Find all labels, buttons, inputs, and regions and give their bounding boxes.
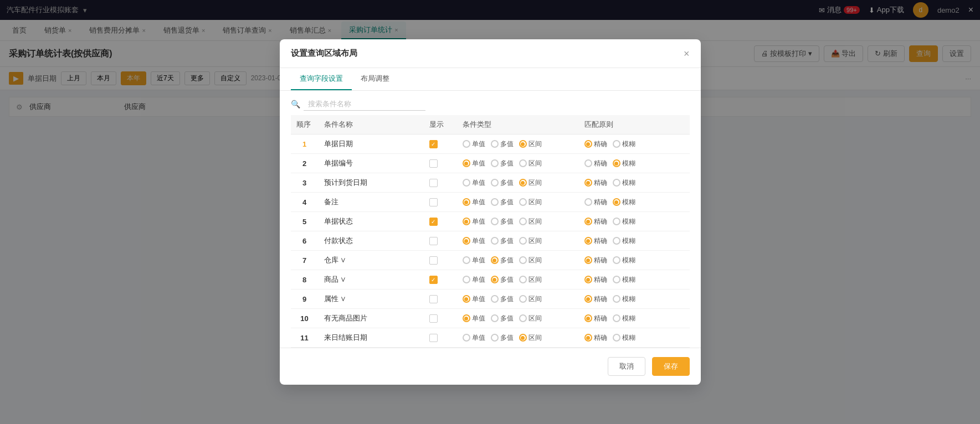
modal-tab-layout[interactable]: 布局调整 bbox=[352, 68, 398, 90]
modal-table: 顺序 条件名称 显示 条件类型 匹配原则 1单据日期单值多值区间精确模糊2单据编… bbox=[291, 115, 690, 123]
settings-modal: 设置查询区域布局 × 查询字段设置 布局调整 🔍 顺序 条件名称 bbox=[280, 39, 701, 123]
modal-search-icon: 🔍 bbox=[291, 100, 300, 108]
th-order: 顺序 bbox=[291, 115, 319, 123]
modal-tab-query[interactable]: 查询字段设置 bbox=[291, 68, 352, 90]
modal-tabs: 查询字段设置 布局调整 bbox=[280, 68, 701, 91]
modal-overlay: 设置查询区域布局 × 查询字段设置 布局调整 🔍 顺序 条件名称 bbox=[0, 0, 980, 123]
modal-title: 设置查询区域布局 bbox=[291, 48, 357, 59]
modal-table-wrap: 顺序 条件名称 显示 条件类型 匹配原则 1单据日期单值多值区间精确模糊2单据编… bbox=[280, 115, 701, 123]
modal-close-button[interactable]: × bbox=[684, 49, 690, 59]
modal-table-header-row: 顺序 条件名称 显示 条件类型 匹配原则 bbox=[291, 115, 690, 123]
modal-tab-layout-label: 布局调整 bbox=[361, 74, 389, 82]
th-type: 条件类型 bbox=[457, 115, 579, 123]
th-name: 条件名称 bbox=[319, 115, 424, 123]
th-match: 匹配原则 bbox=[579, 115, 690, 123]
th-display: 显示 bbox=[424, 115, 457, 123]
modal-search-input[interactable] bbox=[304, 97, 425, 111]
modal-header: 设置查询区域布局 × bbox=[280, 39, 701, 68]
modal-tab-query-label: 查询字段设置 bbox=[300, 74, 343, 82]
modal-search-area: 🔍 bbox=[280, 91, 701, 115]
